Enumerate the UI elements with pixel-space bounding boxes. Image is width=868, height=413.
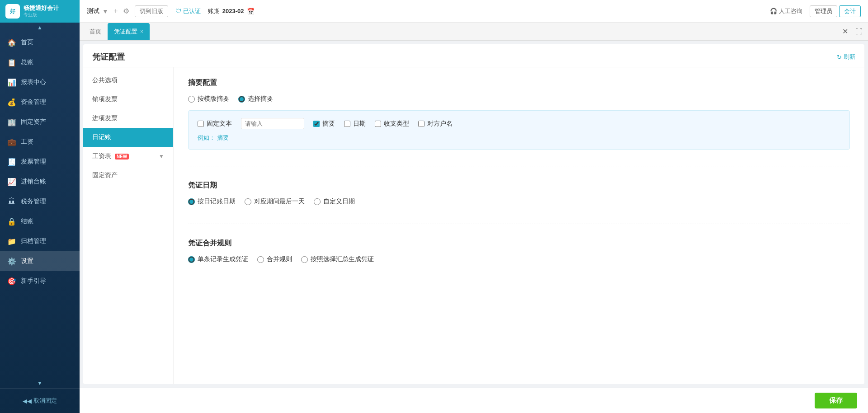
expand-button[interactable]: ⛶ <box>854 26 864 38</box>
cancel-fixed-button[interactable]: ◀◀ 取消固定 <box>0 393 80 408</box>
settings-icon: ⚙️ <box>7 257 16 266</box>
select-merge-radio[interactable] <box>301 256 308 263</box>
single-radio[interactable] <box>188 256 195 263</box>
report-icon: 📊 <box>7 78 16 87</box>
calendar-icon[interactable]: 📅 <box>247 8 255 15</box>
sidebar-item-newbie[interactable]: 🎯 新手引导 <box>0 271 80 291</box>
merge-radio-single[interactable]: 单条记录生成凭证 <box>188 255 248 263</box>
fixed-text-checkbox[interactable] <box>198 121 204 127</box>
checkbox-summary[interactable]: 摘要 <box>313 120 335 128</box>
consult-button[interactable]: 🎧 人工咨询 <box>770 7 802 15</box>
merge-radio-rule[interactable]: 合并规则 <box>257 255 292 263</box>
main-content: 凭证配置 ↻ 刷新 公共选项 销项发票 进项发票 日记账 <box>80 41 868 413</box>
old-version-button[interactable]: 切到旧版 <box>135 5 168 17</box>
sidebar-bottom: ◀◀ 取消固定 <box>0 388 80 413</box>
journal-date-radio[interactable] <box>188 198 195 205</box>
shield-icon: 🛡 <box>175 8 181 14</box>
close-account-icon: 🔒 <box>7 217 16 226</box>
headset-icon: 🎧 <box>770 8 777 14</box>
type-checkbox[interactable] <box>375 121 381 127</box>
close-tab-button[interactable]: ✕ <box>840 25 850 38</box>
sidebar-item-close[interactable]: 🔒 结账 <box>0 211 80 231</box>
sidebar-item-home[interactable]: 🏠 首页 <box>0 33 80 52</box>
left-arrow-icon: ◀◀ <box>23 398 32 404</box>
tax-icon: 🏛 <box>7 197 16 206</box>
save-button[interactable]: 保存 <box>815 393 857 408</box>
period-value: 2023-02 <box>222 8 244 14</box>
summary-radio-select[interactable]: 选择摘要 <box>238 95 273 103</box>
topbar: 测试 ▼ ＋ ⚙ 切到旧版 🛡 已认证 账期 2023-02 📅 🎧 人工咨询 … <box>80 0 868 23</box>
date-radio-custom[interactable]: 自定义日期 <box>314 197 355 206</box>
checkbox-counterpart[interactable]: 对方户名 <box>418 120 453 128</box>
company-dropdown-icon[interactable]: ▼ <box>102 8 108 15</box>
sidebar-item-report[interactable]: 📊 报表中心 <box>0 72 80 92</box>
left-nav-sales-invoice[interactable]: 销项发票 <box>83 90 173 109</box>
sidebar-item-ledger[interactable]: 📋 总账 <box>0 52 80 72</box>
archive-icon: 📁 <box>7 237 16 246</box>
page-header: 凭证配置 ↻ 刷新 <box>83 44 864 67</box>
date-radio-journal[interactable]: 按日记账日期 <box>188 197 236 206</box>
left-nav-public[interactable]: 公共选项 <box>83 71 173 90</box>
content-body: 公共选项 销项发票 进项发票 日记账 工资表 NEW <box>83 67 864 384</box>
checkbox-date[interactable]: 日期 <box>344 120 366 128</box>
sidebar-item-settings[interactable]: ⚙️ 设置 <box>0 251 80 271</box>
summary-section-title: 摘要配置 <box>188 78 850 88</box>
chevron-down-icon: ▼ <box>159 153 164 160</box>
merge-rule-radio[interactable] <box>257 256 264 263</box>
left-nav-journal[interactable]: 日记账 <box>83 128 173 147</box>
refresh-button[interactable]: ↻ 刷新 <box>837 53 855 61</box>
app-logo-icon: 好 <box>5 4 20 19</box>
config-area: 摘要配置 按模版摘要 选择摘要 <box>174 67 864 384</box>
left-nav-purchase-invoice[interactable]: 进项发票 <box>83 109 173 128</box>
sidebar-scroll-down[interactable]: ▼ <box>0 378 80 388</box>
date-checkbox[interactable] <box>344 121 350 127</box>
sidebar-item-salary[interactable]: 💼 工资 <box>0 132 80 152</box>
tab-home[interactable]: 首页 <box>83 23 108 40</box>
page-title: 凭证配置 <box>92 52 125 62</box>
company-settings-icon[interactable]: ⚙ <box>123 7 129 15</box>
tab-voucher-config[interactable]: 凭证配置 × <box>108 23 150 40</box>
date-radio-period-last[interactable]: 对应期间最后一天 <box>245 197 305 206</box>
sidebar-item-capital[interactable]: 💰 资金管理 <box>0 92 80 112</box>
custom-date-radio[interactable] <box>314 198 321 205</box>
newbie-icon: 🎯 <box>7 277 16 286</box>
sidebar-item-invoice[interactable]: 🧾 发票管理 <box>0 152 80 172</box>
sidebar-item-asset[interactable]: 🏢 固定资产 <box>0 112 80 132</box>
date-section: 凭证日期 按日记账日期 对应期间最后一天 自定义日期 <box>188 181 850 224</box>
invoice-icon: 🧾 <box>7 157 16 166</box>
tab-close-icon[interactable]: × <box>140 28 143 35</box>
checkbox-fixed-text[interactable]: 固定文本 <box>198 120 232 128</box>
tab-actions: ✕ ⛶ <box>840 25 864 38</box>
add-company-button[interactable]: ＋ <box>112 6 119 16</box>
sidebar-item-archive[interactable]: 📁 归档管理 <box>0 231 80 251</box>
sales-icon: 📈 <box>7 177 16 186</box>
capital-icon: 💰 <box>7 98 16 107</box>
left-nav: 公共选项 销项发票 进项发票 日记账 工资表 NEW <box>83 67 174 384</box>
left-nav-fixed-assets[interactable]: 固定资产 <box>83 166 173 185</box>
counterpart-checkbox[interactable] <box>418 121 425 127</box>
merge-section: 凭证合并规则 单条记录生成凭证 合并规则 按照选择汇总生成凭证 <box>188 239 850 282</box>
sidebar-item-sales[interactable]: 📈 进销台账 <box>0 172 80 192</box>
sidebar-nav: 🏠 首页 📋 总账 📊 报表中心 💰 资金管理 🏢 固定资产 💼 工资 🧾 发票… <box>0 33 80 378</box>
sidebar-item-tax[interactable]: 🏛 税务管理 <box>0 192 80 211</box>
merge-radio-select[interactable]: 按照选择汇总生成凭证 <box>301 255 374 263</box>
summary-radio-template[interactable]: 按模版摘要 <box>188 95 229 103</box>
summary-checkbox[interactable] <box>313 121 320 127</box>
sidebar-logo: 好 畅捷通好会计 专业版 <box>0 0 80 23</box>
admin-button[interactable]: 管理员 <box>810 5 837 17</box>
period-last-radio[interactable] <box>245 198 251 205</box>
merge-radio-group: 单条记录生成凭证 合并规则 按照选择汇总生成凭证 <box>188 255 850 263</box>
checkbox-type[interactable]: 收支类型 <box>375 120 409 128</box>
select-radio-input[interactable] <box>238 96 245 103</box>
left-nav-payroll[interactable]: 工资表 NEW ▼ <box>83 147 173 166</box>
role-button[interactable]: 会计 <box>839 5 861 17</box>
summary-options-box: 固定文本 摘要 日期 <box>188 110 850 150</box>
new-badge: NEW <box>115 154 129 160</box>
template-radio-input[interactable] <box>188 96 195 103</box>
tabbar: 首页 凭证配置 × ✕ ⛶ <box>80 23 868 41</box>
sidebar-scroll-up[interactable]: ▲ <box>0 23 80 33</box>
date-section-title: 凭证日期 <box>188 181 850 190</box>
period-label: 账期 <box>208 7 220 15</box>
fixed-text-input[interactable] <box>241 118 304 129</box>
refresh-icon: ↻ <box>837 54 842 61</box>
